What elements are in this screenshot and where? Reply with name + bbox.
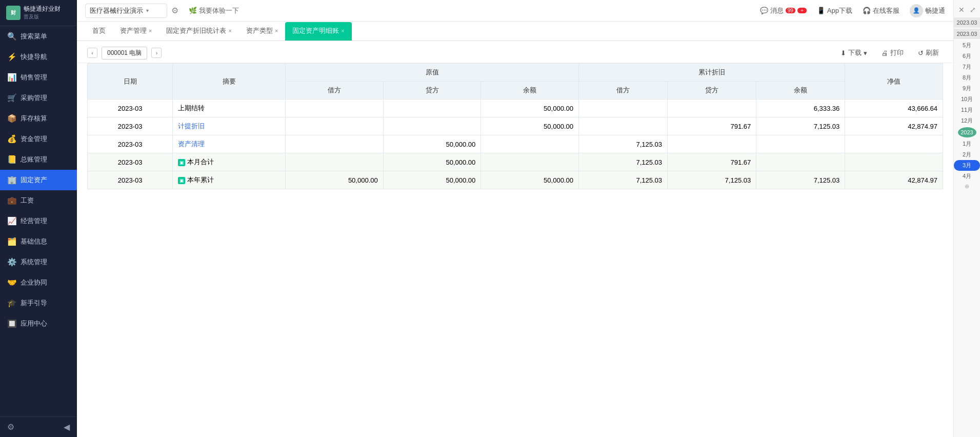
sidebar-item-inventory[interactable]: 📦 库存核算 [0, 108, 77, 129]
cell-orig-credit-1 [383, 100, 481, 117]
rs-month-8[interactable]: 8月 [954, 72, 980, 83]
cell-orig-debit-3 [286, 135, 384, 153]
cell-orig-debit-2 [286, 117, 384, 135]
tab-depreciation-stat[interactable]: 固定资产折旧统计表 × [159, 22, 238, 41]
cell-date-3: 2023-03 [88, 135, 173, 153]
print-button[interactable]: 🖨 打印 [877, 46, 908, 59]
rs-month-12[interactable]: 12月 [954, 115, 980, 126]
app-download-action[interactable]: 📱 App下载 [817, 6, 852, 15]
rs-year-2023[interactable]: 2023 [958, 127, 976, 137]
logo: 财 畅捷通好业财 普及版 [0, 0, 77, 26]
rs-year-label-2: 2023.03 [954, 29, 980, 39]
sidebar-footer: ⚙ ◀ [0, 416, 77, 437]
refresh-icon: ↺ [918, 49, 924, 57]
next-asset-button[interactable]: › [151, 48, 162, 58]
sidebar-item-operations[interactable]: 📈 经营管理 [0, 211, 77, 231]
badge-plus [797, 8, 807, 13]
cell-date-4: 2023-03 [88, 153, 173, 171]
logo-sub: 普及版 [24, 13, 61, 21]
cell-orig-credit-3: 50,000.00 [383, 135, 481, 153]
cell-orig-credit-4: 50,000.00 [383, 153, 481, 171]
rs-month-11[interactable]: 11月 [954, 105, 980, 115]
cell-orig-balance-1: 50,000.00 [481, 100, 579, 117]
refresh-button[interactable]: ↺ 刷新 [914, 46, 943, 59]
topbar-settings-icon[interactable]: ⚙ [171, 6, 178, 15]
sidebar-label-funds: 资金管理 [21, 134, 47, 144]
rs-month-10[interactable]: 10月 [954, 94, 980, 105]
message-badge: 99 [786, 8, 795, 13]
sidebar-item-wage[interactable]: 💼 工资 [0, 190, 77, 211]
cell-net-5: 42,874.97 [845, 171, 943, 189]
col-original-group: 原值 [286, 64, 579, 82]
sidebar-item-purchase[interactable]: 🛒 采购管理 [0, 88, 77, 108]
cell-dep-credit-3 [668, 135, 756, 153]
sidebar-label-ledger: 总账管理 [21, 155, 47, 164]
sidebar-item-funds[interactable]: 💰 资金管理 [0, 129, 77, 149]
download-button[interactable]: ⬇ 下载 ▾ [836, 46, 871, 59]
rs-month-2[interactable]: 2月 [954, 149, 980, 160]
total-icon: ▣ [178, 177, 185, 184]
search-icon: 🔍 [7, 32, 16, 41]
tab-asset-mgmt[interactable]: 资产管理 × [113, 22, 159, 41]
asset-code-tag: 000001 电脑 [102, 47, 147, 59]
sidebar-item-sales[interactable]: 📊 销售管理 [0, 67, 77, 88]
col-dep-credit: 贷方 [668, 82, 756, 100]
prev-asset-button[interactable]: ‹ [87, 48, 97, 58]
settings-footer-icon[interactable]: ⚙ [7, 422, 14, 432]
sidebar-item-enterprise[interactable]: 🤝 企业协同 [0, 272, 77, 293]
cell-summary-2: 计提折旧 [173, 117, 286, 135]
table-row-year-total: 2023-03 ▣本年累计 50,000.00 50,000.00 50,000… [88, 171, 943, 189]
rs-month-7[interactable]: 7月 [954, 62, 980, 72]
col-net-value: 净值 [845, 64, 943, 100]
experience-button[interactable]: 🌿 我要体验一下 [189, 6, 239, 15]
col-dep-debit: 借方 [578, 82, 667, 100]
user-menu[interactable]: 👤 畅捷通 [910, 4, 945, 17]
close-panel-button[interactable]: ✕ [957, 5, 966, 14]
cell-dep-balance-1: 6,333.36 [756, 100, 845, 117]
close-icon[interactable]: × [149, 28, 152, 34]
close-icon[interactable]: × [341, 28, 344, 34]
tab-asset-detail[interactable]: 固定资产明细账 × [285, 22, 351, 41]
rs-month-5[interactable]: 5月 [954, 40, 980, 51]
company-selector[interactable]: 医疗器械行业演示 ▾ [85, 4, 167, 18]
service-action[interactable]: 🎧 在线客服 [863, 6, 899, 15]
box-icon: 📦 [7, 114, 16, 123]
sidebar-item-quick[interactable]: ⚡ 快捷导航 [0, 47, 77, 67]
chart-icon: 📊 [7, 73, 16, 82]
money-icon: 💰 [7, 134, 16, 144]
table-row-month-total: 2023-03 ▣本月合计 50,000.00 7,125.03 791.67 [88, 153, 943, 171]
close-icon[interactable]: × [275, 28, 278, 34]
tab-depreciation-label: 固定资产折旧统计表 [166, 26, 226, 35]
ledger-table: 日期 摘要 原值 累计折旧 净值 借方 贷方 余额 借方 贷方 余额 [87, 63, 943, 189]
settings-icon: ⚙️ [7, 257, 16, 267]
sidebar-label-sales: 销售管理 [21, 73, 47, 82]
sidebar-label-apps: 应用中心 [21, 319, 47, 328]
col-date: 日期 [88, 64, 173, 100]
rs-month-9[interactable]: 9月 [954, 83, 980, 94]
sidebar-item-system[interactable]: ⚙️ 系统管理 [0, 252, 77, 272]
rs-scroll-down[interactable]: ⊕ [954, 182, 980, 191]
sidebar-item-ledger[interactable]: 📒 总账管理 [0, 149, 77, 170]
sidebar-item-search[interactable]: 🔍 搜索菜单 [0, 26, 77, 47]
sidebar-item-apps[interactable]: 🔲 应用中心 [0, 313, 77, 334]
close-icon[interactable]: × [228, 28, 231, 34]
logo-name: 畅捷通好业财 [24, 5, 61, 13]
ledger-table-container: 日期 摘要 原值 累计折旧 净值 借方 贷方 余额 借方 贷方 余额 [77, 63, 953, 200]
rs-month-4[interactable]: 4月 [954, 171, 980, 182]
rs-month-6[interactable]: 6月 [954, 51, 980, 62]
download-label: 下载 [848, 48, 862, 57]
col-orig-credit: 贷方 [383, 82, 481, 100]
tab-asset-type[interactable]: 资产类型 × [239, 22, 285, 41]
sidebar-item-base[interactable]: 🗂️ 基础信息 [0, 231, 77, 252]
refresh-label: 刷新 [926, 48, 939, 57]
content-area: ‹ 000001 电脑 › ⬇ 下载 ▾ 🖨 打印 ↺ 刷新 [77, 41, 953, 437]
rs-month-1[interactable]: 1月 [954, 138, 980, 149]
tab-home[interactable]: 首页 [85, 22, 113, 41]
sidebar-item-fixed[interactable]: 🏢 固定资产 [0, 170, 77, 190]
rs-month-3[interactable]: 3月 [954, 160, 980, 171]
expand-panel-button[interactable]: ⤢ [968, 5, 977, 14]
topbar-actions: 💬 消息 99 📱 App下载 🎧 在线客服 👤 畅捷通 [760, 4, 945, 17]
sidebar-item-newbie[interactable]: 🎓 新手引导 [0, 293, 77, 313]
collapse-icon[interactable]: ◀ [64, 422, 70, 432]
message-action[interactable]: 💬 消息 99 [760, 6, 807, 15]
